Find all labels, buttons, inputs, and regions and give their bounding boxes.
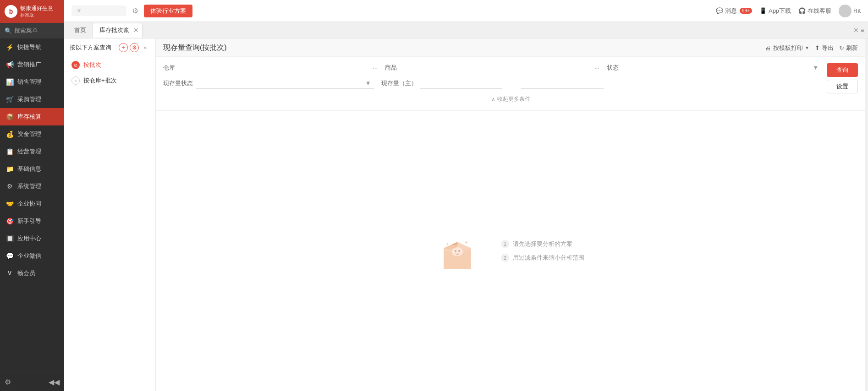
stock-qty-label: 现存量（主） — [381, 79, 417, 87]
sidebar-item-purchase[interactable]: 🛒 采购管理 — [0, 91, 64, 108]
sidebar-item-system[interactable]: ⚙ 系统管理 — [0, 178, 64, 195]
status-select-arrow: ▼ — [813, 64, 819, 71]
message-action[interactable]: 💬 消息 99+ — [716, 7, 752, 15]
sidebar-item-inventory[interactable]: 📦 库存核算 — [0, 108, 64, 125]
empty-hint-1: 1 请先选择要分析的方案 — [501, 240, 584, 248]
query-button[interactable]: 查询 — [827, 63, 858, 77]
stock-status-select[interactable]: ▼ — [196, 78, 374, 89]
tab-close-button[interactable]: × — [133, 25, 138, 35]
trial-industry-button[interactable]: 体验行业方案 — [144, 5, 192, 17]
scheme-item-label: 按批次 — [83, 61, 101, 69]
export-icon: ⬆ — [815, 44, 820, 51]
sidebar-item-label: 系统管理 — [17, 182, 41, 190]
settings-footer-icon[interactable]: ⚙ — [5, 378, 11, 386]
close-all-tabs-icon[interactable]: ✕ — [853, 27, 859, 34]
left-panel-header: 按以下方案查询 + ⚙ « — [64, 38, 155, 57]
app-title: 畅康通好生意 标准版 — [20, 5, 53, 18]
sidebar-item-sales[interactable]: 📊 销售管理 — [0, 73, 64, 91]
tab-inventory-batch[interactable]: 库存批次账 × — [93, 23, 143, 38]
filter-area-wrapper: 仓库 ··· 商品 ··· 状态 — [163, 62, 858, 93]
status-filter: 状态 ▼ — [607, 62, 821, 73]
scheme-item-label: 按仓库+批次 — [83, 76, 117, 85]
right-panel: 现存量查询(按批次) 🖨 按模板打印 ▼ ⬆ 导出 ↻ 刷新 — [156, 38, 865, 391]
topbar-settings-icon[interactable]: ⚙ — [132, 6, 138, 15]
print-dropdown-icon[interactable]: ▼ — [805, 45, 809, 50]
scheme-item-warehouse-batch[interactable]: ○ 按仓库+批次 — [64, 73, 155, 88]
app-download-label: App下载 — [769, 7, 791, 15]
app-logo: b — [5, 5, 17, 18]
warehouse-input[interactable] — [178, 62, 370, 73]
user-avatar-action[interactable]: Rit — [839, 5, 861, 17]
settings-button[interactable]: 设置 — [827, 80, 858, 93]
refresh-action[interactable]: ↻ 刷新 — [839, 44, 858, 52]
guide-icon: 🎯 — [5, 217, 14, 225]
sidebar-item-finance[interactable]: 💰 资金管理 — [0, 125, 64, 143]
print-label: 按模板打印 — [773, 44, 803, 52]
svg-text:✦: ✦ — [446, 242, 449, 246]
basic-info-icon: 📁 — [5, 165, 14, 173]
stock-qty-max-input[interactable] — [521, 78, 604, 89]
export-action[interactable]: ⬆ 导出 — [815, 44, 834, 52]
app-download-icon: 📱 — [759, 7, 767, 14]
scheme-item-batch[interactable]: ⊙ 按批次 — [64, 57, 155, 73]
add-scheme-button[interactable]: + — [119, 43, 128, 52]
stock-qty-min-input[interactable] — [420, 78, 502, 89]
stock-status-label: 现存量状态 — [163, 79, 193, 87]
empty-svg: ✦ ✦ — [437, 228, 483, 274]
status-label: 状态 — [607, 64, 619, 72]
headset-icon: 🎧 — [798, 7, 806, 14]
right-scrollbar[interactable] — [865, 38, 868, 391]
sidebar-item-members[interactable]: V 畅会员 — [0, 265, 64, 282]
sidebar-item-enterprise[interactable]: 🤝 企业协同 — [0, 195, 64, 212]
warehouse-filter: 仓库 ··· — [163, 62, 378, 73]
product-input[interactable] — [400, 62, 592, 73]
topbar-search-box[interactable]: ▼ — [71, 5, 126, 16]
scheme-settings-button[interactable]: ⚙ — [130, 43, 139, 52]
operations-icon: 📋 — [5, 147, 14, 156]
sidebar-item-label: 应用中心 — [17, 234, 41, 243]
filter-buttons: 查询 设置 — [821, 62, 858, 93]
refresh-label: 刷新 — [846, 44, 858, 52]
product-more-button[interactable]: ··· — [594, 65, 599, 71]
filter-row-2: 现存量状态 ▼ 现存量（主） — — [163, 78, 821, 89]
online-service-action[interactable]: 🎧 在线客服 — [798, 7, 831, 15]
sidebar-item-marketing[interactable]: 📢 营销推广 — [0, 56, 64, 73]
quick-nav-icon: ⚡ — [5, 43, 14, 51]
sidebar-item-label: 快捷导航 — [17, 43, 41, 51]
sidebar-item-guide[interactable]: 🎯 新手引导 — [0, 212, 64, 230]
collapse-panel-button[interactable]: « — [141, 43, 150, 52]
avatar — [839, 5, 852, 17]
sales-icon: 📊 — [5, 78, 14, 86]
sidebar-item-app-center[interactable]: 🔲 应用中心 — [0, 230, 64, 247]
sidebar-item-operations[interactable]: 📋 经营管理 — [0, 143, 64, 160]
status-select[interactable]: ▼ — [621, 62, 821, 73]
sidebar-search[interactable]: 🔍 搜索菜单 — [0, 23, 64, 38]
sidebar-item-quick-nav[interactable]: ⚡ 快捷导航 — [0, 38, 64, 56]
more-tabs-icon[interactable]: ≡ — [861, 27, 864, 34]
purchase-icon: 🛒 — [5, 95, 14, 103]
topbar-actions: 💬 消息 99+ 📱 App下载 🎧 在线客服 Rit — [716, 5, 861, 17]
collapse-conditions-button[interactable]: ∧ 收起更多条件 — [163, 93, 858, 105]
topbar-search-icon: ▼ — [76, 7, 82, 14]
filter-area: 仓库 ··· 商品 ··· 状态 — [156, 57, 865, 111]
sidebar-item-label: 资金管理 — [17, 130, 41, 138]
sidebar-item-wechat[interactable]: 💬 企业微信 — [0, 247, 64, 265]
print-action[interactable]: 🖨 按模板打印 ▼ — [765, 44, 809, 52]
message-badge: 99+ — [740, 8, 752, 14]
product-filter: 商品 ··· — [385, 62, 599, 73]
sidebar: b 畅康通好生意 标准版 🔍 搜索菜单 ⚡ 快捷导航 📢 营销推广 📊 销售管理… — [0, 0, 64, 391]
tab-home[interactable]: 首页 — [68, 23, 93, 37]
page-title: 现存量查询(按批次) — [163, 43, 227, 53]
export-label: 导出 — [822, 44, 834, 52]
collapse-sidebar-icon[interactable]: ◀◀ — [49, 378, 60, 386]
finance-icon: 💰 — [5, 130, 14, 138]
warehouse-more-button[interactable]: ··· — [373, 65, 378, 71]
left-panel: 按以下方案查询 + ⚙ « ⊙ 按批次 ○ — [64, 38, 156, 391]
empty-hint-2: 2 用过滤条件来缩小分析范围 — [501, 254, 584, 262]
sidebar-item-basic-info[interactable]: 📁 基础信息 — [0, 160, 64, 178]
filter-row-1: 仓库 ··· 商品 ··· 状态 — [163, 62, 821, 73]
sidebar-item-label: 销售管理 — [17, 78, 41, 86]
app-download-action[interactable]: 📱 App下载 — [759, 7, 791, 15]
product-label: 商品 — [385, 64, 397, 72]
wechat-icon: 💬 — [5, 252, 14, 260]
